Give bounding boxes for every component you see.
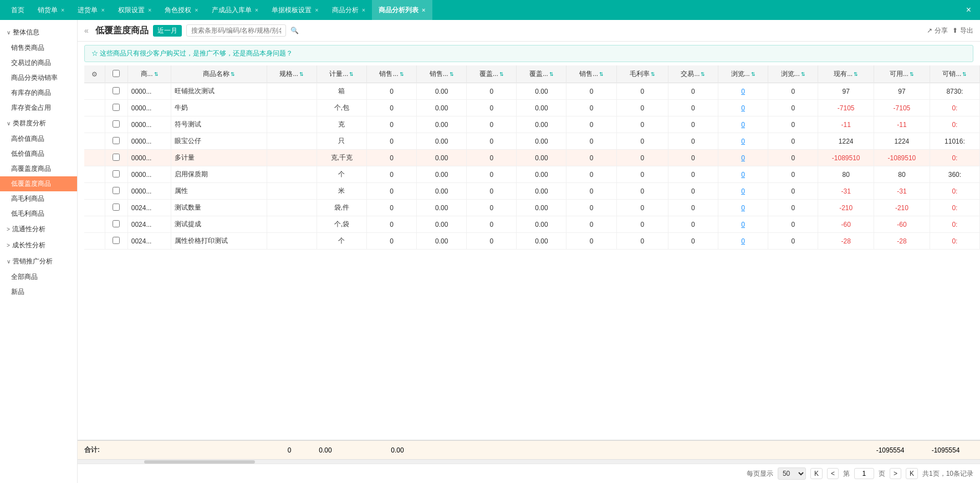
sidebar-item-in-stock[interactable]: 有库存的商品 xyxy=(0,85,77,100)
close-icon[interactable]: × xyxy=(195,7,198,13)
spec-column-header[interactable]: 规格...⇅ xyxy=(267,65,317,83)
row-browse1[interactable]: 0 xyxy=(718,100,768,116)
collapse-button[interactable]: « xyxy=(84,26,89,35)
sidebar-section-overall[interactable]: ∨ 整体信息 xyxy=(0,24,77,40)
row-checkbox[interactable] xyxy=(105,183,127,200)
close-all-button[interactable]: × xyxy=(962,5,976,15)
row-checkbox[interactable] xyxy=(105,83,127,100)
next-page-button[interactable]: > xyxy=(890,468,901,479)
row-browse1[interactable]: 0 xyxy=(718,200,768,216)
sales-qty-column-header[interactable]: 销售...⇅ xyxy=(366,65,416,83)
sidebar-item-low-profit[interactable]: 低毛利商品 xyxy=(0,206,77,221)
browse2-column-header[interactable]: 浏览...⇅ xyxy=(768,65,818,83)
row-settings[interactable] xyxy=(84,83,105,100)
nav-template[interactable]: 单据模板设置 × xyxy=(265,0,325,20)
row-settings[interactable] xyxy=(84,216,105,233)
nav-product-in[interactable]: 产成品入库单 × xyxy=(205,0,265,20)
sidebar-item-high-profit[interactable]: 高毛利商品 xyxy=(0,191,77,206)
cover1-column-header[interactable]: 覆盖...⇅ xyxy=(467,65,517,83)
sidebar-item-sales-goods[interactable]: 销售类商品 xyxy=(0,40,77,55)
row-settings[interactable] xyxy=(84,133,105,150)
close-icon[interactable]: × xyxy=(362,7,365,13)
row-checkbox[interactable] xyxy=(105,100,127,116)
row-checkbox[interactable] xyxy=(105,150,127,166)
browse1-column-header[interactable]: 浏览...⇅ xyxy=(718,65,768,83)
page-size-select[interactable]: 20 50 100 xyxy=(778,467,806,480)
scrollbar-thumb[interactable] xyxy=(144,460,255,464)
search-input[interactable] xyxy=(186,24,286,37)
sidebar-section-liquidity[interactable]: > 流通性分析 xyxy=(0,221,77,237)
saleable-column-header[interactable]: 可销...⇅ xyxy=(930,65,979,83)
close-icon[interactable]: × xyxy=(255,7,258,13)
horizontal-scrollbar[interactable] xyxy=(78,459,980,464)
row-browse1[interactable]: 0 xyxy=(718,116,768,133)
row-browse1[interactable]: 0 xyxy=(718,150,768,166)
current-column-header[interactable]: 现有...⇅ xyxy=(818,65,874,83)
row-settings[interactable] xyxy=(84,200,105,216)
nav-analysis[interactable]: 商品分析 × xyxy=(325,0,372,20)
name-column-header[interactable]: 商品名称⇅ xyxy=(171,65,267,83)
close-icon[interactable]: × xyxy=(61,7,64,13)
settings-column-header[interactable]: ⚙ xyxy=(84,65,105,83)
sidebar-section-growth[interactable]: > 成长性分析 xyxy=(0,237,77,253)
row-browse1[interactable]: 0 xyxy=(718,166,768,183)
sidebar-item-new-goods[interactable]: 新品 xyxy=(0,284,77,299)
row-browse1[interactable]: 0 xyxy=(718,83,768,100)
sidebar-item-high-value[interactable]: 高价值商品 xyxy=(0,131,77,146)
sidebar-item-low-coverage[interactable]: 低覆盖度商品 xyxy=(0,176,77,191)
nav-permission[interactable]: 权限设置 × xyxy=(111,0,158,20)
nav-analysis-list[interactable]: 商品分析列表 × xyxy=(372,0,432,20)
row-settings[interactable] xyxy=(84,116,105,133)
page-input[interactable] xyxy=(854,468,874,479)
table-wrapper[interactable]: ⚙ 商...⇅ 商品名称⇅ 规格...⇅ 计量...⇅ 销售...⇅ 销售...… xyxy=(78,65,980,440)
row-browse1[interactable]: 0 xyxy=(718,183,768,200)
row-checkbox[interactable] xyxy=(105,200,127,216)
sidebar-item-traded[interactable]: 交易过的商品 xyxy=(0,55,77,70)
close-icon[interactable]: × xyxy=(315,7,318,13)
export-button[interactable]: ⬆ 导出 xyxy=(952,26,973,35)
row-checkbox[interactable] xyxy=(105,116,127,133)
nav-home[interactable]: 首页 xyxy=(4,0,31,20)
trade-column-header[interactable]: 交易...⇅ xyxy=(668,65,718,83)
row-settings[interactable] xyxy=(84,183,105,200)
search-icon[interactable]: 🔍 xyxy=(290,27,299,34)
row-settings[interactable] xyxy=(84,233,105,250)
row-checkbox[interactable] xyxy=(105,216,127,233)
sidebar-item-low-value[interactable]: 低价值商品 xyxy=(0,146,77,161)
row-settings[interactable] xyxy=(84,150,105,166)
sidebar-section-marketing[interactable]: ∨ 营销推广分析 xyxy=(0,253,77,270)
close-icon[interactable]: × xyxy=(422,7,425,13)
sidebar-item-all-goods[interactable]: 全部商品 xyxy=(0,270,77,284)
sidebar-item-high-coverage[interactable]: 高覆盖度商品 xyxy=(0,161,77,176)
last-page-button[interactable]: K xyxy=(906,468,918,479)
nav-role[interactable]: 角色授权 × xyxy=(158,0,205,20)
row-browse1[interactable]: 0 xyxy=(718,133,768,150)
close-icon[interactable]: × xyxy=(101,7,104,13)
row-browse1[interactable]: 0 xyxy=(718,216,768,233)
period-button[interactable]: 近一月 xyxy=(153,25,182,37)
sales3-column-header[interactable]: 销售...⇅ xyxy=(566,65,616,83)
row-checkbox[interactable] xyxy=(105,166,127,183)
share-button[interactable]: ↗ 分享 xyxy=(927,26,948,35)
sales-amt-column-header[interactable]: 销售...⇅ xyxy=(417,65,467,83)
row-settings[interactable] xyxy=(84,166,105,183)
row-checkbox[interactable] xyxy=(105,233,127,250)
gross-column-header[interactable]: 毛利率⇅ xyxy=(616,65,668,83)
prev-page-button[interactable]: < xyxy=(827,468,839,479)
first-page-button[interactable]: K xyxy=(810,468,823,479)
close-icon[interactable]: × xyxy=(148,7,151,13)
sidebar-item-inventory-fund[interactable]: 库存资金占用 xyxy=(0,100,77,115)
nav-sales[interactable]: 销货单 × xyxy=(31,0,71,20)
nav-purchase[interactable]: 进货单 × xyxy=(71,0,111,20)
sidebar-section-group[interactable]: ∨ 类群度分析 xyxy=(0,115,77,131)
row-browse1[interactable]: 0 xyxy=(718,233,768,250)
sidebar-item-category-rate[interactable]: 商品分类动销率 xyxy=(0,70,77,85)
available-column-header[interactable]: 可用...⇅ xyxy=(874,65,930,83)
unit-column-header[interactable]: 计量...⇅ xyxy=(317,65,366,83)
select-all-checkbox[interactable] xyxy=(113,70,120,77)
checkbox-column-header[interactable] xyxy=(105,65,127,83)
row-checkbox[interactable] xyxy=(105,133,127,150)
cover2-column-header[interactable]: 覆盖...⇅ xyxy=(517,65,566,83)
code-column-header[interactable]: 商...⇅ xyxy=(127,65,171,83)
row-settings[interactable] xyxy=(84,100,105,116)
